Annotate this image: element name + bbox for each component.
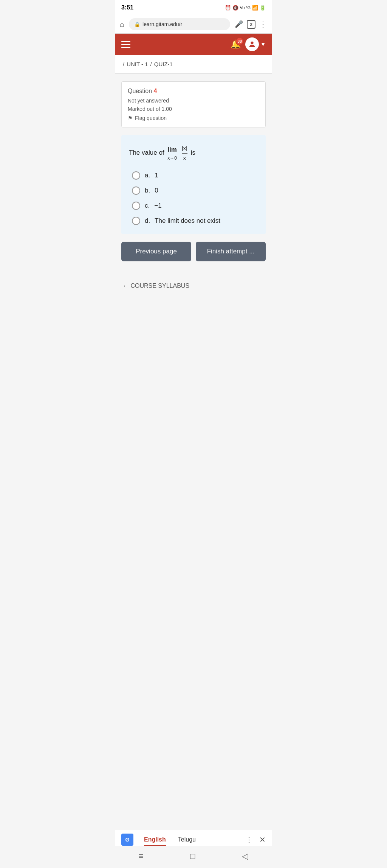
microphone-icon[interactable]: 🎤 [235,20,243,28]
browser-actions: 🎤 2 ⋮ [235,20,267,29]
spacer [115,295,272,318]
finish-attempt-button[interactable]: Finish attempt ... [196,242,266,261]
notification-badge: 38 [235,37,244,45]
question-marked-out: Marked out of 1.00 [128,106,259,112]
option-b-letter: b. [145,187,150,194]
bottom-menu-button[interactable]: ≡ [131,849,151,863]
bottom-back-icon: ◁ [242,851,248,861]
bottom-back-button[interactable]: ◁ [234,849,256,863]
hamburger-line-2 [121,44,130,45]
option-b-value: 0 [155,187,158,194]
avatar [245,37,259,51]
question-content: The value of lim x→0 |x| x is a. 1 b. 0 … [121,135,266,234]
question-text: The value of lim x→0 |x| x is [129,144,258,162]
fraction: |x| x [182,144,187,162]
question-status: Not yet answered [128,98,259,104]
user-avatar-wrapper[interactable]: ▼ [245,37,266,51]
translation-more-icon[interactable]: ⋮ [245,835,253,844]
browser-more-icon[interactable]: ⋮ [259,20,267,29]
limit-expression: lim x→0 [167,145,177,161]
breadcrumb-quiz[interactable]: QUIZ-1 [154,61,173,67]
svg-point-0 [251,42,253,44]
option-c-letter: c. [145,202,150,210]
translation-close-icon[interactable]: ✕ [259,835,266,844]
status-time: 3:51 [121,4,133,11]
nav-right: 🔔 38 ▼ [231,37,266,51]
url-text: learn.gitam.edu/r [142,21,182,27]
browser-bar: ⌂ 🔒 learn.gitam.edu/r 🎤 2 ⋮ [115,15,272,34]
google-translate-icon: G [121,834,133,846]
radio-a[interactable] [132,171,140,180]
previous-page-button[interactable]: Previous page [121,242,191,261]
language-tab-english[interactable]: English [138,833,172,846]
fraction-numerator: |x| [182,144,187,154]
options-list: a. 1 b. 0 c. −1 d. The limit does not ex… [129,171,258,225]
home-icon[interactable]: ⌂ [120,20,124,29]
telugu-label: Telugu [178,836,196,843]
question-number: 4 [154,88,157,94]
nav-buttons: Previous page Finish attempt ... [121,242,266,261]
option-d-value: The limit does not exist [155,217,220,225]
bottom-menu-icon: ≡ [139,851,144,861]
flag-question-row[interactable]: ⚑ Flag question [128,115,259,121]
url-bar[interactable]: 🔒 learn.gitam.edu/r [129,18,230,30]
option-b[interactable]: b. 0 [132,186,258,195]
bottom-home-button[interactable]: □ [183,849,203,863]
mute-icon: 🔇 [232,5,238,11]
option-c[interactable]: c. −1 [132,202,258,210]
course-syllabus-link[interactable]: ← COURSE SYLLABUS [115,276,272,295]
radio-d[interactable] [132,217,140,225]
hamburger-line-3 [121,47,130,48]
lim-subscript: x→0 [167,155,177,161]
question-label: Question 4 [128,88,259,95]
option-d-letter: d. [145,217,150,225]
question-word: Question [128,88,152,94]
hamburger-line-1 [121,41,130,42]
option-a[interactable]: a. 1 [132,171,258,180]
option-a-value: 1 [155,172,158,179]
option-a-letter: a. [145,172,150,179]
flag-question-label: Flag question [135,115,167,121]
option-d[interactable]: d. The limit does not exist [132,217,258,225]
flag-icon: ⚑ [128,115,133,121]
radio-b[interactable] [132,186,140,195]
signal-bars-icon: 📶 [252,5,258,11]
alarm-icon: ⏰ [225,5,231,11]
lim-label: lim [167,145,177,155]
avatar-dropdown-arrow: ▼ [260,41,266,47]
bottom-navigation-bar: ≡ □ ◁ [115,846,272,868]
language-tab-telugu[interactable]: Telugu [172,833,202,846]
radio-c[interactable] [132,202,140,210]
google-g-label: G [125,837,130,843]
status-icons: ⏰ 🔇 Vo ⁴G 📶 🔋 [225,5,266,11]
lock-icon: 🔒 [134,22,140,27]
breadcrumb-separator-2: / [150,61,152,67]
notification-bell[interactable]: 🔔 38 [231,39,241,49]
question-card: Question 4 Not yet answered Marked out o… [121,81,266,127]
bottom-home-icon: □ [190,851,195,861]
bottom-spacer [115,318,272,363]
signal-text: Vo ⁴G [240,5,251,10]
hamburger-menu[interactable] [121,41,130,48]
battery-icon: 🔋 [260,5,266,11]
question-preamble: The value of [129,149,164,156]
top-nav: 🔔 38 ▼ [115,34,272,55]
status-bar: 3:51 ⏰ 🔇 Vo ⁴G 📶 🔋 [115,0,272,15]
breadcrumb-unit[interactable]: UNIT - 1 [127,61,148,67]
is-suffix: is [191,149,195,156]
option-c-value: −1 [154,202,161,210]
breadcrumb-separator-1: / [123,61,124,67]
fraction-denominator: x [183,154,186,163]
course-syllabus-label: ← COURSE SYLLABUS [123,283,189,289]
english-label: English [144,836,166,843]
breadcrumb: / UNIT - 1 / QUIZ-1 [115,55,272,74]
tab-count-badge[interactable]: 2 [247,20,255,29]
